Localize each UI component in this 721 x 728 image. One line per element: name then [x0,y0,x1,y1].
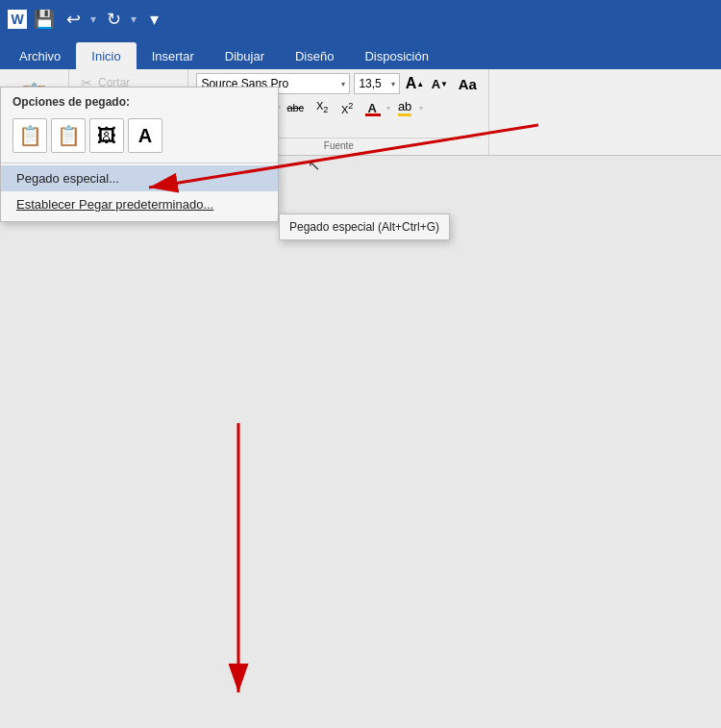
tab-inicio[interactable]: Inicio [76,42,136,69]
highlight-arrow: ▾ [419,104,423,113]
font-size-value: 13,5 [359,77,381,90]
set-default-paste-label: Establecer Pegar predeterminado... [16,197,213,212]
paste-options-row: 📋 📋 🖼 A [1,114,278,161]
paste-option-text[interactable]: A [128,118,162,153]
tab-archivo[interactable]: Archivo [4,42,76,69]
save-button[interactable]: 💾 [33,8,56,31]
highlight-label: ab [398,99,411,116]
font-color-button[interactable]: A [361,97,383,118]
undo-button[interactable]: ↩ [62,8,85,31]
font-size-arrow: ▾ [391,80,395,88]
paste-special-tooltip: Pegado especial (Alt+Ctrl+G) [279,213,450,240]
font-size-increase-button[interactable]: A▲ [404,73,425,94]
paste-option-image[interactable]: 🖼 [89,118,124,153]
paste-option-2-icon: 📋 [57,124,81,147]
font-family-arrow: ▾ [341,80,345,88]
font-color-arrow: ▾ [386,104,390,113]
paste-dropdown-title: Opciones de pegado: [1,95,278,114]
font-color-bar [365,113,381,116]
word-icon: W [8,10,27,29]
subscript-label: X2 [316,100,328,114]
paste-option-1-icon: 📋 [18,124,42,147]
ribbon-tabs: Archivo Inicio Insertar Dibujar Diseño D… [0,38,721,69]
tooltip-text: Pegado especial (Alt+Ctrl+G) [289,220,439,234]
paste-menu-sep1 [1,163,278,163]
tab-insertar[interactable]: Insertar [137,42,210,69]
strikethrough-label: abc [286,102,304,113]
redo-sep: ▾ [131,13,137,26]
clear-formatting-button[interactable]: Aa [454,73,481,94]
clear-formatting-label: Aa [459,76,477,92]
paste-option-merge[interactable]: 📋 [51,118,86,153]
quick-access-more[interactable]: ▾ [142,8,165,31]
set-default-paste-item[interactable]: Establecer Pegar predeterminado... [1,191,278,217]
paste-special-label: Pegado especial... [16,171,119,186]
superscript-button[interactable]: X2 [336,97,358,118]
paste-option-keep-source[interactable]: 📋 [12,118,47,153]
superscript-label: X2 [341,101,353,115]
paste-option-3-icon: 🖼 [97,125,116,147]
font-size-decrease-button[interactable]: A▼ [429,73,450,94]
title-bar: W 💾 ↩ ▾ ↻ ▾ ▾ [0,0,721,38]
redo-button[interactable]: ↻ [102,8,125,31]
paste-dropdown-menu: Opciones de pegado: 📋 📋 🖼 A Pegado espec… [0,87,279,222]
tab-disposicion[interactable]: Disposición [349,42,443,69]
subscript-button[interactable]: X2 [311,97,333,118]
highlight-button[interactable]: ab [394,97,415,118]
paste-special-item[interactable]: Pegado especial... [1,165,278,191]
tab-diseno[interactable]: Diseño [280,42,349,69]
paste-option-4-icon: A [138,125,152,147]
document-area [0,156,721,728]
tab-dibujar[interactable]: Dibujar [210,42,280,69]
font-size-selector[interactable]: 13,5 ▾ [354,73,400,94]
undo-sep: ▾ [90,13,96,26]
